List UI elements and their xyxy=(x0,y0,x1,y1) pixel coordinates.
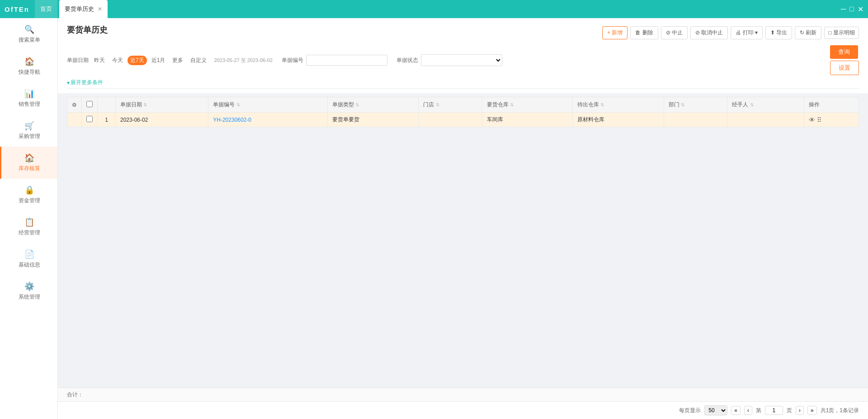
sidebar-item-operations-label: 经营管理 xyxy=(19,229,40,237)
per-page-select[interactable]: 50 100 xyxy=(704,405,727,415)
maximize-button[interactable]: □ xyxy=(849,5,854,13)
stop-button[interactable]: ⊘ 中止 xyxy=(661,26,688,39)
sidebar-item-purchase-label: 采购管理 xyxy=(19,133,40,140)
date-opt-today[interactable]: 今天 xyxy=(109,56,126,65)
sidebar-item-system-label: 系统管理 xyxy=(19,293,40,301)
pagination-area: 每页显示 50 100 « ‹ 第 页 › » 共1页，1条记录 xyxy=(58,401,868,419)
print-button[interactable]: 🖨 打印 ▾ xyxy=(731,26,762,39)
filter-doc-status-item: 单据状态 xyxy=(396,54,502,66)
date-opt-more[interactable]: 更多 xyxy=(170,56,186,65)
cancel-stop-button[interactable]: ⊘ 取消中止 xyxy=(690,26,728,39)
top-bar-right: ─ □ ✕ xyxy=(841,5,863,14)
date-opt-1month[interactable]: 近1月 xyxy=(149,56,168,65)
doc-number-input[interactable] xyxy=(306,55,387,66)
table-header-row: ⚙ 单据日期 ⇅ 单据编号 ⇅ xyxy=(67,97,859,113)
first-page-button[interactable]: « xyxy=(731,406,741,415)
sidebar-item-sales-label: 销售管理 xyxy=(19,100,40,108)
sort-doc-type-icon: ⇅ xyxy=(355,102,359,107)
row-doc-number: YH-20230602-0 xyxy=(208,113,327,127)
sidebar-item-inventory[interactable]: 🏠 库存核算 xyxy=(0,147,57,179)
export-button[interactable]: ⬆ 导出 xyxy=(765,26,792,39)
sidebar-item-finance-label: 资金管理 xyxy=(19,197,40,205)
page-label: 第 xyxy=(756,407,761,414)
sidebar-item-search-menu[interactable]: 🔍 搜索菜单 xyxy=(0,18,57,50)
expand-more-button[interactable]: ▾ 展开更多条件 xyxy=(67,79,859,86)
page-input[interactable] xyxy=(765,406,783,415)
col-header-pending-warehouse[interactable]: 待出仓库 ⇅ xyxy=(573,97,664,113)
next-page-button[interactable]: › xyxy=(796,406,804,415)
tab-home[interactable]: 首页 xyxy=(35,0,57,18)
sidebar-item-operations[interactable]: 📋 经营管理 xyxy=(0,211,57,243)
date-opt-custom[interactable]: 自定义 xyxy=(188,56,209,65)
col-header-department[interactable]: 部门 ⇅ xyxy=(664,97,727,113)
col-header-doc-type[interactable]: 单据类型 ⇅ xyxy=(327,97,419,113)
data-table: ⚙ 单据日期 ⇅ 单据编号 ⇅ xyxy=(67,97,859,127)
print-dropdown-icon[interactable]: ▾ xyxy=(755,29,758,36)
sidebar-item-quick-nav-label: 快捷导航 xyxy=(19,68,40,76)
row-checkbox[interactable] xyxy=(86,116,93,122)
header-actions: + 新增 🗑 删除 ⊘ 中止 ⊘ 取消中止 🖨 打印 ▾ ⬆ 导出 ↻ 刷新 □… xyxy=(602,26,859,39)
refresh-button[interactable]: ↻ 刷新 xyxy=(795,26,821,39)
col-header-handler[interactable]: 经手人 ⇅ xyxy=(727,97,804,113)
row-more-icon[interactable]: ⠿ xyxy=(817,116,821,124)
minimize-button[interactable]: ─ xyxy=(841,5,846,13)
row-action: 👁 ⠿ xyxy=(804,113,859,127)
print-label: 🖨 打印 xyxy=(736,29,753,37)
tab-active[interactable]: 要货单历史 ✕ xyxy=(59,0,108,18)
col-header-settings[interactable]: ⚙ xyxy=(67,97,82,113)
sidebar-item-search-menu-label: 搜索菜单 xyxy=(19,36,40,44)
last-page-button[interactable]: » xyxy=(807,406,817,415)
prev-page-button[interactable]: ‹ xyxy=(744,406,752,415)
finance-icon: 🔒 xyxy=(24,185,34,195)
col-header-request-warehouse[interactable]: 要货仓库 ⇅ xyxy=(482,97,572,113)
table-row: 1 2023-06-02 YH-20230602-0 要货单要货 车间库 原材料… xyxy=(67,113,859,127)
date-opt-yesterday[interactable]: 昨天 xyxy=(91,56,108,65)
select-all-checkbox[interactable] xyxy=(86,101,93,107)
total-label: 合计： xyxy=(67,391,83,398)
row-store xyxy=(419,113,482,127)
display-detail-button[interactable]: □ 显示明细 xyxy=(824,27,859,39)
row-num: 1 xyxy=(98,113,116,127)
doc-number-link[interactable]: YH-20230602-0 xyxy=(213,117,251,123)
delete-button[interactable]: 🗑 删除 xyxy=(630,26,658,39)
sidebar-item-quick-nav[interactable]: 🏠 快捷导航 xyxy=(0,50,57,82)
date-opt-7days[interactable]: 近7天 xyxy=(127,56,147,65)
col-header-doc-date[interactable]: 单据日期 ⇅ xyxy=(116,97,208,113)
row-department xyxy=(664,113,727,127)
sidebar-item-system[interactable]: ⚙️ 系统管理 xyxy=(0,275,57,307)
row-doc-type: 要货单要货 xyxy=(327,113,419,127)
date-options: 昨天 今天 近7天 近1月 更多 自定义 xyxy=(91,56,209,65)
search-menu-icon: 🔍 xyxy=(24,24,34,34)
sidebar-item-inventory-label: 库存核算 xyxy=(19,165,40,172)
sort-doc-date-icon: ⇅ xyxy=(143,102,147,107)
sidebar-item-sales[interactable]: 📊 销售管理 xyxy=(0,82,57,114)
col-header-doc-number[interactable]: 单据编号 ⇅ xyxy=(208,97,327,113)
doc-status-select[interactable] xyxy=(421,54,502,66)
quick-nav-icon: 🏠 xyxy=(24,57,34,67)
tab-close-icon[interactable]: ✕ xyxy=(98,6,102,12)
basic-info-icon: 📄 xyxy=(24,249,34,259)
row-handler xyxy=(727,113,804,127)
sidebar: 🔍 搜索菜单 🏠 快捷导航 📊 销售管理 🛒 采购管理 🏠 库存核算 🔒 xyxy=(0,18,58,419)
inventory-icon: 🏠 xyxy=(24,153,34,163)
sidebar-item-purchase[interactable]: 🛒 采购管理 xyxy=(0,114,57,147)
sidebar-item-basic-info-label: 基础信息 xyxy=(19,261,40,269)
sort-department-icon: ⇅ xyxy=(681,102,684,107)
doc-status-label: 单据状态 xyxy=(396,57,418,64)
row-view-icon[interactable]: 👁 xyxy=(809,116,815,124)
filter-doc-number-item: 单据编号 xyxy=(282,55,387,66)
query-button[interactable]: 查询 xyxy=(830,45,858,59)
purchase-icon: 🛒 xyxy=(24,121,34,131)
row-request-warehouse: 车间库 xyxy=(482,113,572,127)
setting-button[interactable]: 设置 xyxy=(830,61,859,75)
close-window-button[interactable]: ✕ xyxy=(858,5,863,14)
col-header-store[interactable]: 门店 ⇅ xyxy=(419,97,482,113)
sidebar-item-finance[interactable]: 🔒 资金管理 xyxy=(0,179,57,211)
tab-home-label: 首页 xyxy=(40,5,52,13)
row-check xyxy=(82,113,98,127)
new-button[interactable]: + 新增 xyxy=(602,26,627,39)
sidebar-item-basic-info[interactable]: 📄 基础信息 xyxy=(0,243,57,275)
content-body: ⚙ 单据日期 ⇅ 单据编号 ⇅ xyxy=(58,93,868,419)
expand-more-label: 展开更多条件 xyxy=(71,79,103,86)
table-wrapper: ⚙ 单据日期 ⇅ 单据编号 ⇅ xyxy=(58,97,868,388)
